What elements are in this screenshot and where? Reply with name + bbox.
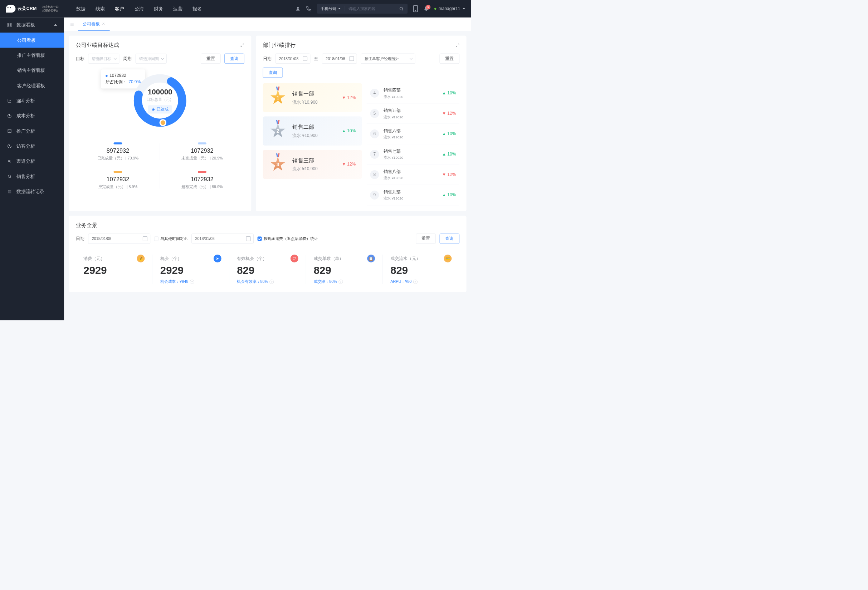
header: 云朵CRM 教育机构一站 式服务云平台 数据线索客户公海财务运营报名 手机号码 [0, 0, 471, 18]
target-select[interactable]: 请选择目标 [88, 54, 119, 64]
nav-icon [7, 159, 12, 164]
ov-date2[interactable]: 2018/01/08 [192, 234, 254, 244]
ov-date1[interactable]: 2018/01/08 [88, 234, 150, 244]
sidebar-group-dashboard[interactable]: 数据看板 [0, 18, 64, 32]
help-icon[interactable]: ? [338, 280, 343, 284]
reset-button[interactable]: 重置 [416, 234, 435, 244]
expand-icon[interactable] [241, 43, 244, 47]
rank-top-card[interactable]: 1 销售一部流水 ¥10,900 ▼ 12% [263, 83, 362, 112]
metric-card: 有效机会（个）🛡 829 机会有效率：80% ? [229, 253, 306, 287]
sidebar-sub-item[interactable]: 公司看板 [0, 32, 64, 47]
sidebar-item[interactable]: 销售分析 [0, 169, 64, 184]
notif-badge: 5 [426, 5, 430, 10]
search: 手机号码 [317, 4, 407, 13]
call-icon[interactable] [306, 6, 311, 12]
bell-icon[interactable]: 5 [423, 6, 429, 12]
stat-item: 8972932已完成量（元） | 70.9% [76, 137, 160, 166]
sidebar-toggle[interactable] [68, 22, 76, 26]
donut-chart: 100000 目标总量（元） 已达成 [131, 72, 189, 130]
compare-checkbox[interactable]: 与其他时间对比 [154, 236, 187, 241]
search-type-select[interactable]: 手机号码 [317, 6, 345, 12]
query-button[interactable]: 查询 [224, 54, 244, 64]
sidebar-item[interactable]: 数据流转记录 [0, 184, 64, 199]
metric-card: 消费（元）💰 2929 [76, 253, 152, 287]
search-input[interactable] [345, 6, 395, 11]
svg-point-3 [415, 10, 416, 11]
sidebar: 数据看板 公司看板推广主管看板销售主管看板客户经理看板 漏斗分析成本分析推广分析… [0, 18, 64, 321]
rank-row[interactable]: 4 销售四部流水 ¥19020 ▲ 10% [367, 83, 459, 103]
card-title: 公司业绩目标达成 [76, 41, 120, 49]
stat-item: 1072932应完成量（元） | 8.9% [76, 166, 160, 194]
nav-icon [7, 128, 12, 133]
close-icon[interactable]: ✕ [102, 22, 105, 26]
query-button[interactable]: 查询 [440, 234, 459, 244]
nav-icon [7, 113, 12, 118]
rank-row[interactable]: 9 销售九部流水 ¥19020 ▲ 10% [367, 185, 459, 205]
search-button[interactable] [395, 6, 407, 11]
topnav-item[interactable]: 运营 [173, 6, 183, 12]
topnav: 数据线索客户公海财务运营报名 [76, 6, 202, 12]
medal-icon: 3 [269, 156, 286, 173]
date-from[interactable]: 2018/01/08 [276, 54, 311, 64]
rank-row[interactable]: 6 销售六部流水 ¥19020 ▲ 10% [367, 124, 459, 144]
metric-card: 成交单数（单）📋 829 成交率：80% ? [306, 253, 382, 287]
nav-icon [7, 189, 12, 194]
cash-checkbox[interactable]: 按现金消费（返点后消费）统计 [258, 236, 318, 241]
tab-company-dashboard[interactable]: 公司看板 ✕ [78, 18, 109, 31]
reset-button[interactable]: 重置 [201, 54, 220, 64]
svg-rect-5 [10, 23, 12, 25]
nav-icon [7, 99, 12, 103]
reset-button[interactable]: 重置 [440, 54, 459, 64]
stat-item: 1072932超额完成（元） | 89.9% [160, 166, 244, 194]
rank-row[interactable]: 7 销售七部流水 ¥19020 ▲ 10% [367, 144, 459, 165]
card-ranking: 部门业绩排行 日期 2018/01/08 至 2018/01/08 按工单客户经… [256, 36, 466, 211]
metric-icon: 💳 [444, 255, 452, 262]
nav-icon [7, 174, 12, 179]
rank-row[interactable]: 5 销售五部流水 ¥19020 ▼ 12% [367, 103, 459, 124]
query-button[interactable]: 查询 [263, 68, 283, 78]
sidebar-item[interactable]: 访客分析 [0, 138, 64, 153]
logo[interactable]: 云朵CRM 教育机构一站 式服务云平台 [6, 5, 59, 13]
rank-select[interactable]: 按工单客户经理统计 [361, 54, 415, 64]
sidebar-item[interactable]: 渠道分析 [0, 154, 64, 169]
sidebar-item[interactable]: 推广分析 [0, 124, 64, 138]
metric-card: 机会（个）➤ 2929 机会成本：¥948 ? [152, 253, 229, 287]
help-icon[interactable]: ? [190, 280, 194, 284]
rank-row[interactable]: 8 销售八部流水 ¥19020 ▼ 12% [367, 165, 459, 185]
sidebar-item[interactable]: 成本分析 [0, 108, 64, 124]
metric-icon: ➤ [214, 255, 221, 262]
topnav-item[interactable]: 客户 [115, 6, 124, 12]
svg-point-0 [297, 7, 299, 9]
nav-icon [7, 144, 12, 149]
medal-icon: 1 [269, 89, 286, 107]
metric-icon: 🛡 [291, 255, 298, 262]
chevron-up-icon [54, 24, 57, 27]
topnav-item[interactable]: 财务 [154, 6, 163, 12]
help-icon[interactable]: ? [270, 280, 274, 284]
sidebar-sub-item[interactable]: 客户经理看板 [0, 78, 64, 93]
rank-top-card[interactable]: 2 销售二部流水 ¥10,900 ▲ 10% [263, 116, 362, 146]
sidebar-sub-item[interactable]: 销售主管看板 [0, 63, 64, 78]
stat-item: 1072932未完成量（元） | 20.9% [160, 137, 244, 166]
phone-icon[interactable] [413, 5, 418, 13]
dashboard-icon [7, 22, 12, 28]
help-icon[interactable]: ? [413, 280, 418, 284]
topnav-item[interactable]: 线索 [96, 6, 105, 12]
status-badge: 已达成 [148, 105, 172, 113]
topnav-item[interactable]: 报名 [192, 6, 202, 12]
tabs: 公司看板 ✕ [64, 18, 471, 31]
period-select[interactable]: 请选择周期 [136, 54, 167, 64]
user-icon[interactable] [295, 6, 301, 12]
rank-top-card[interactable]: 3 销售三部流水 ¥10,900 ▼ 12% [263, 150, 362, 179]
metric-icon: 💰 [137, 255, 145, 262]
sidebar-item[interactable]: 漏斗分析 [0, 93, 64, 108]
user-menu[interactable]: manager11 [434, 6, 465, 11]
date-to[interactable]: 2018/01/08 [322, 54, 357, 64]
expand-icon[interactable] [455, 43, 459, 47]
svg-rect-6 [8, 25, 9, 27]
metric-icon: 📋 [367, 255, 375, 262]
card-overview: 业务全景 日期 2018/01/08 与其他时间对比 2018/01/08 按现… [69, 216, 466, 292]
sidebar-sub-item[interactable]: 推广主管看板 [0, 48, 64, 63]
topnav-item[interactable]: 公海 [134, 6, 144, 12]
topnav-item[interactable]: 数据 [76, 6, 86, 12]
